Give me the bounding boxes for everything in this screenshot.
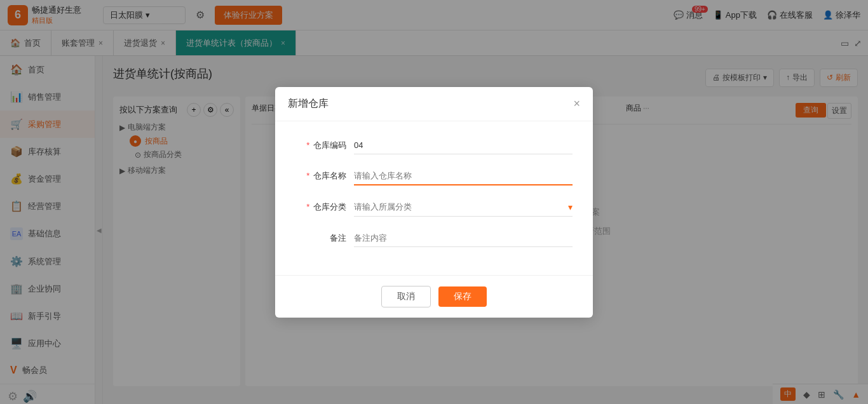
select-arrow-icon: ▾ bbox=[568, 202, 573, 212]
remark-label: 备注 bbox=[295, 232, 346, 244]
code-label: * 仓库编码 bbox=[295, 140, 346, 151]
save-button[interactable]: 保存 bbox=[438, 286, 487, 307]
new-warehouse-dialog: 新增仓库 × * 仓库编码 * 仓库名称 bbox=[275, 87, 593, 318]
dialog-header: 新增仓库 × bbox=[275, 87, 593, 121]
form-row-code: * 仓库编码 bbox=[295, 137, 573, 154]
dialog-overlay: 新增仓库 × * 仓库编码 * 仓库名称 bbox=[0, 0, 868, 404]
name-label: * 仓库名称 bbox=[295, 170, 346, 182]
cancel-button[interactable]: 取消 bbox=[381, 286, 431, 307]
form-row-category: * 仓库分类 ▾ bbox=[295, 198, 573, 217]
dialog-body: * 仓库编码 * 仓库名称 * 仓库分类 bbox=[275, 121, 593, 275]
form-row-remark: 备注 bbox=[295, 229, 573, 247]
dialog-close-button[interactable]: × bbox=[573, 97, 580, 111]
dialog-footer: 取消 保存 bbox=[275, 275, 593, 318]
required-mark: * bbox=[306, 171, 309, 180]
dialog-title: 新增仓库 bbox=[288, 97, 329, 111]
name-input[interactable] bbox=[354, 167, 573, 185]
category-select[interactable]: ▾ bbox=[354, 198, 573, 217]
code-input[interactable] bbox=[354, 137, 573, 154]
category-label: * 仓库分类 bbox=[295, 201, 346, 213]
category-input[interactable] bbox=[354, 202, 568, 212]
remark-input[interactable] bbox=[354, 229, 573, 247]
required-mark: * bbox=[306, 202, 309, 212]
form-row-name: * 仓库名称 bbox=[295, 167, 573, 185]
required-mark: * bbox=[306, 140, 309, 150]
